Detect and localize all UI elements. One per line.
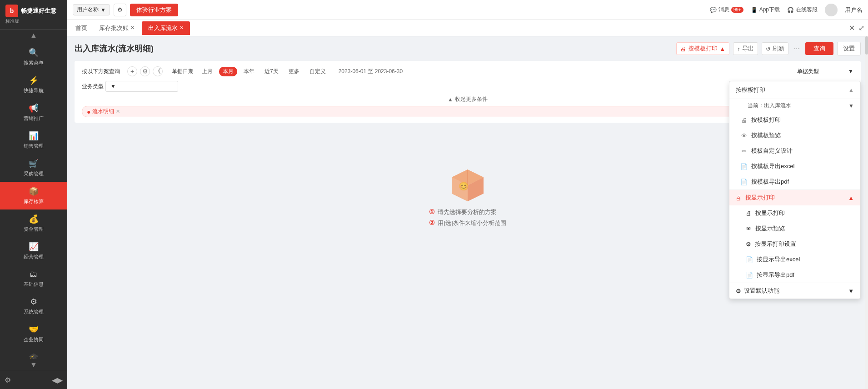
add-filter-button[interactable]: + [127,66,137,76]
settings-button[interactable]: 设置 [837,42,861,55]
sidebar-item-newbie[interactable]: 🎓 新手引导 [0,348,67,359]
app-download-label: App下载 [759,6,780,14]
sidebar-item-marketing[interactable]: 📢 营销推广 [0,99,67,126]
biz-type-dropdown-arrow: ▼ [110,83,116,90]
query-button[interactable]: 查询 [805,42,833,55]
collapse-label: 收起更多条件 [455,95,488,103]
date-btn-custom[interactable]: 自定义 [306,67,329,76]
sidebar-item-collab[interactable]: 🤝 企业协同 [0,320,67,348]
display-section-header[interactable]: 🖨 按显示打印 ▲ [729,190,860,205]
sidebar-scroll-down[interactable]: ▼ [0,359,67,371]
top-bar: 用户名称 ▼ ⚙ 体验行业方案 💬 消息 99+ 📱 App下载 🎧 [67,0,868,20]
dropdown-item-template-pdf[interactable]: 📄 按模板导出pdf [729,174,860,190]
scrollbar-track[interactable] [865,36,868,389]
flow-tag-close-icon[interactable]: ✕ [116,109,120,115]
date-btn-7days[interactable]: 近7天 [261,67,282,76]
dropdown-sub-display-settings[interactable]: ⚙ 按显示打印设置 [729,236,860,252]
sidebar-item-sales[interactable]: 📊 销售管理 [0,126,67,154]
sidebar-item-shortcut[interactable]: ⚡ 快捷导航 [0,71,67,99]
dropdown-sub-display-excel[interactable]: 📄 按显示导出excel [729,252,860,267]
refresh-button[interactable]: ↺ 刷新 [762,42,788,55]
app-download-button[interactable]: 📱 App下载 [751,6,780,14]
close-batch-account-tab[interactable]: ✕ [130,25,135,31]
dropdown-sub-display-pdf[interactable]: 📄 按显示导出pdf [729,267,860,283]
tab-home[interactable]: 首页 [71,21,92,35]
online-service-button[interactable]: 🎧 在线客服 [787,6,818,14]
dropdown-chevron-up[interactable]: ▲ [848,87,854,93]
date-btn-more[interactable]: 更多 [285,67,303,76]
page-header: 出入库流水(流水明细) 🖨 按模板打印 ▲ ↑ 导出 ↺ [75,42,861,55]
excel-icon: 📄 [740,163,748,170]
date-btn-last-month[interactable]: 上月 [198,67,216,76]
dropdown-item-label: 按模板导出excel [751,162,794,170]
avatar[interactable] [825,4,838,16]
type-filter[interactable]: 单据类型 ▼ [797,68,853,75]
message-label: 消息 [718,6,729,14]
close-flow-tab[interactable]: ✕ [180,25,184,31]
preview-icon: 👁 [740,132,748,139]
close-all-tabs-icon[interactable]: ✕ [849,24,855,32]
sidebar-item-basic[interactable]: 🗂 基础信息 [0,265,67,292]
more-actions-icon[interactable]: ··· [794,45,800,53]
sidebar-item-inventory[interactable]: 📦 库存核算 [0,182,67,209]
sidebar-item-system[interactable]: ⚙ 系统管理 [0,292,67,320]
operation-icon: 📈 [29,242,39,252]
sidebar-item-search[interactable]: 🔍 搜索菜单 [0,43,67,71]
dropdown-item-label: 按模板打印 [751,116,781,124]
tab-batch-account[interactable]: 库存批次账 ✕ [93,21,141,35]
display-section-chevron: ▲ [848,194,854,201]
dropdown-item-template-preview[interactable]: 👁 按模板预览 [729,128,860,143]
dropdown-item-label: 按模板导出pdf [751,178,789,186]
message-badge: 99+ [731,7,743,13]
print-button[interactable]: 🖨 按模板打印 ▲ [676,42,729,55]
dropdown-item-template-print[interactable]: 🖨 按模板打印 [729,112,860,128]
scrollbar-thumb[interactable] [865,36,868,55]
expand-tabs-icon[interactable]: ⤢ [858,24,864,32]
sidebar-item-label: 库存核算 [24,198,44,205]
sub-item-label: 按显示打印设置 [755,240,796,248]
tab-flow[interactable]: 出入库流水 ✕ [142,21,190,35]
filter-settings-button[interactable]: ⚙ [140,66,150,76]
finance-icon: 💰 [29,214,39,224]
top-bar-left: 用户名称 ▼ ⚙ 体验行业方案 [73,4,706,16]
date-filter-group: 单据日期 上月 本月 本年 近7天 更多 自定义 [172,67,329,76]
chevron-up-icon: ▲ [719,45,725,52]
sidebar-item-purchase[interactable]: 🛒 采购管理 [0,154,67,182]
marketing-icon: 📢 [29,103,39,113]
sidebar-item-finance[interactable]: 💰 资金管理 [0,209,67,237]
filter-collapse-button[interactable]: 《 [153,66,163,76]
sidebar-item-operation[interactable]: 📈 经营管理 [0,237,67,265]
sub-item-label: 按显示打印 [755,209,785,217]
dropdown-item-template-custom[interactable]: ✏ 模板自定义设计 [729,143,860,159]
dropdown-sub-display-preview[interactable]: 👁 按显示预览 [729,221,860,236]
tip-num-2: ② [429,219,435,226]
dropdown-header: 按模板打印 ▲ [729,81,860,99]
top-bar-right: 💬 消息 99+ 📱 App下载 🎧 在线客服 用户名 [710,4,863,16]
message-button[interactable]: 💬 消息 99+ [710,6,743,14]
trial-button[interactable]: 体验行业方案 [130,4,178,16]
date-btn-this-year[interactable]: 本年 [240,67,258,76]
system-icon: ⚙ [30,297,37,307]
sidebar-scroll-up[interactable]: ▲ [0,30,67,41]
collapse-button[interactable]: ▲ 收起更多条件 [448,95,488,103]
biz-type-selector[interactable]: ▼ [105,81,178,92]
gear-button[interactable]: ⚙ [114,4,126,16]
export-button[interactable]: ↑ 导出 [733,42,758,55]
refresh-icon: ↺ [766,45,771,52]
type-label: 单据类型 [797,68,819,75]
printer-icon: 🖨 [680,45,686,52]
sidebar-item-label: 经营管理 [24,254,44,260]
chevron-down-icon: ▼ [100,7,106,13]
svg-text:😊: 😊 [459,181,469,191]
user-selector[interactable]: 用户名称 ▼ [73,4,110,15]
date-btn-this-month[interactable]: 本月 [219,67,237,76]
dropdown-footer[interactable]: ⚙ 设置默认功能 ▼ [729,283,860,299]
collapse-icon[interactable]: ◀▶ [52,376,63,384]
dropdown-sub-display-print[interactable]: 🖨 按显示打印 [729,205,860,221]
dropdown-item-template-excel[interactable]: 📄 按模板导出excel [729,159,860,174]
display-settings-icon: ⚙ [746,241,751,248]
search-icon: 🔍 [29,48,39,58]
export-label: 导出 [742,45,754,53]
settings-icon[interactable]: ⚙ [5,376,11,384]
sidebar-item-label: 快捷导航 [24,87,44,94]
